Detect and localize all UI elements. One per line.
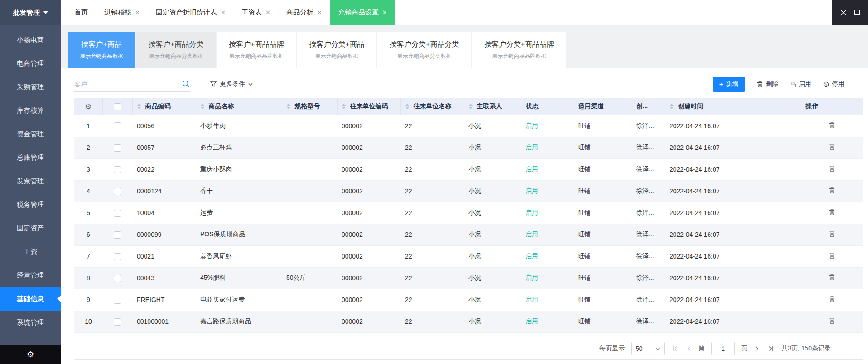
table-row[interactable]: 10 001000001 嘉言路保质期商品 000002 22 小况 启用 旺铺… bbox=[74, 311, 863, 332]
sidebar-item[interactable]: 资金管理 bbox=[0, 122, 61, 146]
row-checkbox[interactable] bbox=[114, 144, 121, 152]
more-filters-button[interactable]: 更多条件 bbox=[210, 80, 253, 88]
column-header[interactable]: 往来单位编码 bbox=[337, 98, 400, 115]
row-checkbox[interactable] bbox=[114, 297, 121, 304]
column-header[interactable]: 创建时间 bbox=[665, 98, 801, 115]
tab[interactable]: 首页 bbox=[66, 0, 96, 25]
sidebar-item[interactable]: 小畅电商 bbox=[0, 28, 61, 52]
first-page-button[interactable] bbox=[671, 345, 680, 353]
sort-icon[interactable] bbox=[670, 104, 674, 109]
row-checkbox[interactable] bbox=[114, 166, 121, 173]
sort-icon[interactable] bbox=[342, 104, 346, 109]
search-icon[interactable] bbox=[182, 80, 190, 88]
close-icon[interactable] bbox=[266, 10, 270, 14]
view-tab-card[interactable]: 按客户分类+商品分类 展示允销商品分类数据 bbox=[377, 32, 471, 68]
sort-icon[interactable] bbox=[201, 104, 204, 109]
sidebar-item[interactable]: 基础信息 bbox=[0, 287, 61, 311]
sidebar-item[interactable]: 电商管理 bbox=[0, 52, 61, 75]
trash-icon[interactable] bbox=[829, 144, 835, 150]
sort-icon[interactable] bbox=[469, 104, 473, 109]
status-enabled-link[interactable]: 启用 bbox=[526, 165, 538, 172]
sort-icon[interactable] bbox=[405, 104, 409, 109]
tab[interactable]: 允销商品设置 bbox=[330, 0, 395, 25]
window-close-button[interactable] bbox=[840, 10, 847, 16]
tab[interactable]: 工资表 bbox=[233, 0, 278, 25]
delete-button[interactable]: 删除 bbox=[757, 80, 778, 88]
column-header[interactable]: 创... bbox=[632, 98, 665, 115]
column-header[interactable]: 操作 bbox=[801, 98, 863, 115]
select-all-checkbox[interactable] bbox=[114, 103, 121, 110]
trash-icon[interactable] bbox=[829, 165, 835, 172]
table-row[interactable]: 9 FREIGHT 电商买家付运费 000002 22 小况 启用 旺铺 徐泽.… bbox=[74, 289, 863, 311]
sidebar-item[interactable]: 发票管理 bbox=[0, 169, 61, 193]
trash-icon[interactable] bbox=[829, 230, 835, 237]
sidebar-item[interactable]: 税务管理 bbox=[0, 193, 61, 216]
row-checkbox[interactable] bbox=[114, 231, 121, 239]
tab[interactable]: 固定资产折旧统计表 bbox=[148, 0, 233, 25]
close-icon[interactable] bbox=[383, 10, 387, 14]
status-enabled-link[interactable]: 启用 bbox=[526, 252, 538, 259]
close-icon[interactable] bbox=[221, 10, 225, 14]
status-enabled-link[interactable]: 启用 bbox=[526, 209, 538, 216]
prev-page-button[interactable] bbox=[686, 345, 692, 353]
status-enabled-link[interactable]: 启用 bbox=[526, 144, 538, 151]
table-row[interactable]: 3 00022 重庆小酥肉 000002 22 小况 启用 旺铺 徐泽... 2… bbox=[74, 158, 863, 180]
status-enabled-link[interactable]: 启用 bbox=[526, 122, 538, 129]
table-row[interactable]: 4 0000124 香干 000002 22 小况 启用 旺铺 徐泽... 20… bbox=[74, 180, 863, 202]
row-checkbox[interactable] bbox=[114, 188, 121, 195]
trash-icon[interactable] bbox=[829, 187, 835, 194]
trash-icon[interactable] bbox=[829, 209, 835, 216]
table-row[interactable]: 7 00021 蒜香凤尾虾 000002 22 小况 启用 旺铺 徐泽... 2… bbox=[74, 245, 863, 267]
sidebar-item[interactable]: 经营管理 bbox=[0, 263, 61, 287]
sidebar-item[interactable]: 采购管理 bbox=[0, 75, 61, 99]
row-checkbox[interactable] bbox=[114, 122, 121, 129]
view-tab-card[interactable]: 按客户+商品 展示允销商品数据 bbox=[68, 32, 135, 68]
per-page-select[interactable]: 50 bbox=[631, 342, 665, 355]
view-tab-card[interactable]: 按客户+商品分类 展示允销商品分类数据 bbox=[136, 32, 216, 68]
trash-icon[interactable] bbox=[829, 296, 835, 302]
table-row[interactable]: 2 00057 必点三杯鸡 000002 22 小况 启用 旺铺 徐泽... 2… bbox=[74, 137, 863, 158]
status-enabled-link[interactable]: 启用 bbox=[526, 187, 538, 194]
search-input[interactable] bbox=[74, 81, 179, 88]
sort-icon[interactable] bbox=[137, 104, 141, 109]
row-checkbox[interactable] bbox=[114, 275, 121, 282]
trash-icon[interactable] bbox=[829, 252, 835, 259]
column-settings-gear-icon[interactable]: ⚙ bbox=[85, 103, 92, 110]
row-checkbox[interactable] bbox=[114, 210, 121, 217]
gear-icon[interactable]: ⚙ bbox=[27, 350, 34, 359]
sidebar-item[interactable]: 系统管理 bbox=[0, 311, 61, 334]
module-switcher[interactable]: 批发管理 bbox=[0, 0, 61, 25]
sort-icon[interactable] bbox=[287, 104, 290, 109]
trash-icon[interactable] bbox=[829, 274, 835, 281]
tab[interactable]: 商品分析 bbox=[278, 0, 330, 25]
sidebar-item[interactable]: 工资 bbox=[0, 240, 61, 263]
column-header[interactable]: 商品编码 bbox=[132, 98, 196, 115]
next-page-button[interactable] bbox=[754, 345, 760, 353]
status-enabled-link[interactable]: 启用 bbox=[526, 317, 538, 325]
trash-icon[interactable] bbox=[829, 317, 835, 324]
table-row[interactable]: 8 00043 45%肥料 50公斤 000002 22 小况 启用 旺铺 徐泽… bbox=[74, 267, 863, 289]
window-maximize-icon[interactable] bbox=[854, 10, 860, 15]
close-icon[interactable] bbox=[318, 10, 322, 14]
column-header[interactable]: 规格型号 bbox=[282, 98, 337, 115]
column-header[interactable]: 往来单位名称 bbox=[400, 98, 464, 115]
trash-icon[interactable] bbox=[829, 122, 835, 129]
tab[interactable]: 进销稽核 bbox=[96, 0, 148, 25]
row-checkbox[interactable] bbox=[114, 253, 121, 260]
enable-button[interactable]: 启用 bbox=[790, 80, 811, 88]
row-checkbox[interactable] bbox=[114, 318, 121, 326]
sidebar-item[interactable]: 总账管理 bbox=[0, 146, 61, 169]
table-row[interactable]: 5 10004 运费 000002 22 小况 启用 旺铺 徐泽... 2022… bbox=[74, 202, 863, 224]
column-header[interactable]: 主联系人 bbox=[464, 98, 521, 115]
column-header[interactable]: 适用渠道 bbox=[574, 98, 632, 115]
sidebar-item[interactable]: 库存核算 bbox=[0, 99, 61, 122]
view-tab-card[interactable]: 按客户+商品品牌 展示允销商品品牌数据 bbox=[217, 32, 296, 68]
view-tab-card[interactable]: 按客户分类+商品 展示允销商品数据 bbox=[297, 32, 376, 68]
status-enabled-link[interactable]: 启用 bbox=[526, 274, 538, 281]
page-input[interactable] bbox=[711, 342, 735, 355]
disable-button[interactable]: 停用 bbox=[823, 80, 844, 88]
column-header[interactable]: 商品名称 bbox=[196, 98, 282, 115]
add-button[interactable]: + 新增 bbox=[713, 77, 745, 92]
close-icon[interactable] bbox=[135, 10, 140, 14]
sidebar-item[interactable]: 固定资产 bbox=[0, 216, 61, 240]
